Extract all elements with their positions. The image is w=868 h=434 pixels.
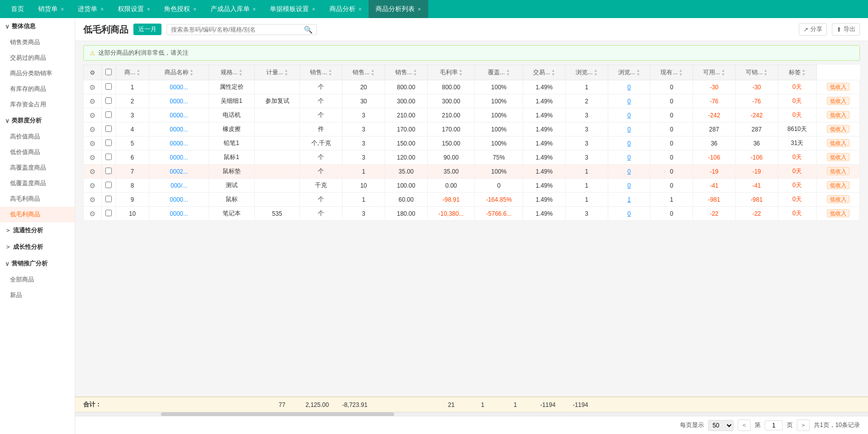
close-icon[interactable]: × <box>61 6 64 12</box>
nav-product-entry[interactable]: 产成品入库单 × <box>204 0 263 18</box>
row-browse1[interactable]: 0 <box>608 122 650 136</box>
row-browse1[interactable]: 0 <box>608 136 650 151</box>
row-checkbox[interactable] <box>102 165 116 179</box>
row-code-val[interactable]: 000/... <box>149 179 209 193</box>
row-checkbox[interactable] <box>102 80 116 94</box>
col-unit[interactable]: 计量...▲▼ <box>254 65 300 80</box>
sidebar-item-category-rate[interactable]: 商品分类助销率 <box>0 66 75 81</box>
row-code-val[interactable]: 0002... <box>149 165 209 179</box>
sidebar-group-overall[interactable]: ∨ 整体信息 <box>0 18 75 35</box>
col-browse1[interactable]: 浏览...▲▼ <box>566 65 608 80</box>
sidebar-item-sales-goods[interactable]: 销售类商品 <box>0 35 75 50</box>
row-browse1[interactable]: 0 <box>608 108 650 122</box>
row-checkbox[interactable] <box>102 179 116 193</box>
page-number-input[interactable] <box>765 420 783 430</box>
nav-permissions[interactable]: 权限设置 × <box>111 0 157 18</box>
sidebar-item-inventory-fund[interactable]: 库存资金占用 <box>0 97 75 112</box>
close-icon[interactable]: × <box>100 6 103 12</box>
col-current[interactable]: 现有...▲▼ <box>650 65 693 80</box>
sidebar-item-all-goods[interactable]: 全部商品 <box>0 272 75 287</box>
sidebar-item-low-value[interactable]: 低价值商品 <box>0 144 75 160</box>
nav-home[interactable]: 首页 <box>4 0 31 18</box>
col-tag[interactable]: 标签▲▼ <box>778 65 816 80</box>
col-saleable[interactable]: 可销...▲▼ <box>735 65 778 80</box>
row-settings[interactable]: ⚙ <box>84 108 102 122</box>
row-settings[interactable]: ⚙ <box>84 193 102 207</box>
close-icon[interactable]: × <box>147 6 150 12</box>
nav-purchase-order[interactable]: 进货单 × <box>71 0 110 18</box>
row-code-val[interactable]: 0000... <box>149 193 209 207</box>
export-button[interactable]: ⬆ 导出 <box>832 23 860 36</box>
sidebar-item-low-coverage[interactable]: 低覆盖度商品 <box>0 176 75 191</box>
sidebar-item-low-margin[interactable]: 低毛利商品 <box>0 207 75 222</box>
row-code-val[interactable]: 0000... <box>149 207 209 221</box>
row-checkbox[interactable] <box>102 193 116 207</box>
col-trade[interactable]: 交易...▲▼ <box>523 65 566 80</box>
sidebar-item-high-coverage[interactable]: 高覆盖度商品 <box>0 160 75 176</box>
search-icon[interactable]: 🔍 <box>304 26 312 34</box>
page-size-select[interactable]: 50 100 200 <box>708 420 734 431</box>
nav-product-analysis-list[interactable]: 商品分析列表 × <box>369 0 428 18</box>
row-settings[interactable]: ⚙ <box>84 80 102 94</box>
row-settings[interactable]: ⚙ <box>84 165 102 179</box>
row-settings[interactable]: ⚙ <box>84 207 102 221</box>
row-code-val[interactable]: 0000... <box>149 136 209 151</box>
prev-page-button[interactable]: ＜ <box>738 419 751 431</box>
row-browse1[interactable]: 0 <box>608 207 650 221</box>
row-checkbox[interactable] <box>102 151 116 165</box>
row-settings[interactable]: ⚙ <box>84 94 102 108</box>
col-code[interactable]: 商...▲▼ <box>116 65 149 80</box>
row-settings[interactable]: ⚙ <box>84 151 102 165</box>
row-browse1[interactable]: 0 <box>608 80 650 94</box>
nav-role-auth[interactable]: 角色授权 × <box>157 0 203 18</box>
col-spec[interactable]: 规格...▲▼ <box>209 65 254 80</box>
col-gross-rate[interactable]: 毛利率▲▼ <box>427 65 475 80</box>
col-available[interactable]: 可用...▲▼ <box>693 65 736 80</box>
close-icon[interactable]: × <box>418 6 421 12</box>
row-settings[interactable]: ⚙ <box>84 179 102 193</box>
row-checkbox[interactable] <box>102 122 116 136</box>
sidebar-group-flow[interactable]: ＞ 流通性分析 <box>0 222 75 239</box>
col-name[interactable]: 商品名称▲▼ <box>149 65 209 80</box>
row-browse1[interactable]: 0 <box>608 94 650 108</box>
col-settings[interactable]: ⚙ <box>84 65 102 80</box>
col-coverage[interactable]: 覆盖...▲▼ <box>475 65 523 80</box>
nav-template-settings[interactable]: 单据模板设置 × <box>263 0 322 18</box>
nav-product-analysis[interactable]: 商品分析 × <box>322 0 369 18</box>
row-browse1[interactable]: 0 <box>608 179 650 193</box>
search-input[interactable] <box>171 26 304 33</box>
row-code-val[interactable]: 0000... <box>149 122 209 136</box>
col-browse2[interactable]: 浏览...▲▼ <box>608 65 650 80</box>
row-code-val[interactable]: 0000... <box>149 151 209 165</box>
sidebar-item-high-margin[interactable]: 高毛利商品 <box>0 191 75 207</box>
close-icon[interactable]: × <box>312 6 315 12</box>
share-button[interactable]: ↗ 分享 <box>799 23 827 36</box>
select-all-checkbox[interactable] <box>105 69 112 75</box>
row-code-val[interactable]: 0000... <box>149 80 209 94</box>
sidebar-item-new-goods[interactable]: 新品 <box>0 287 75 303</box>
row-code-val[interactable]: 0000... <box>149 108 209 122</box>
row-browse1[interactable]: 0 <box>608 165 650 179</box>
row-settings[interactable]: ⚙ <box>84 136 102 151</box>
row-checkbox[interactable] <box>102 207 116 221</box>
row-checkbox[interactable] <box>102 108 116 122</box>
col-checkbox[interactable] <box>102 65 116 80</box>
row-browse1[interactable]: 1 <box>608 193 650 207</box>
next-page-button[interactable]: ＞ <box>797 419 810 431</box>
horizontal-scrollbar[interactable] <box>75 412 868 416</box>
sidebar-group-marketing[interactable]: ∨ 营销推广分析 <box>0 255 75 272</box>
row-settings[interactable]: ⚙ <box>84 122 102 136</box>
nav-sales-order[interactable]: 销货单 × <box>31 0 71 18</box>
col-sales-qty[interactable]: 销售...▲▼ <box>300 65 342 80</box>
sidebar-item-traded-goods[interactable]: 交易过的商品 <box>0 50 75 66</box>
col-sales-amount[interactable]: 销售...▲▼ <box>385 65 427 80</box>
col-sales-price[interactable]: 销售...▲▼ <box>342 65 385 80</box>
sidebar-group-cluster[interactable]: ∨ 类群度分析 <box>0 112 75 129</box>
close-icon[interactable]: × <box>193 6 196 12</box>
row-checkbox[interactable] <box>102 136 116 151</box>
sidebar-item-high-value[interactable]: 高价值商品 <box>0 129 75 144</box>
row-checkbox[interactable] <box>102 94 116 108</box>
close-icon[interactable]: × <box>359 6 362 12</box>
row-code-val[interactable]: 0000... <box>149 94 209 108</box>
close-icon[interactable]: × <box>253 6 256 12</box>
